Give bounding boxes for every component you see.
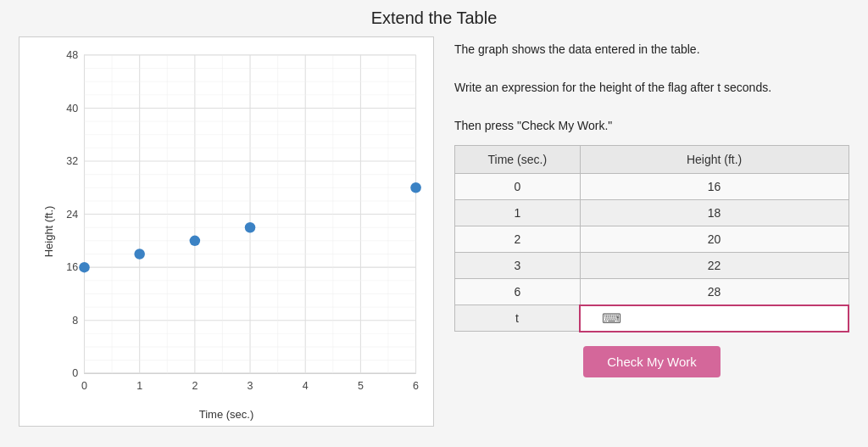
height-cell: 28 (580, 278, 849, 305)
svg-text:3: 3 (248, 380, 253, 392)
check-my-work-button[interactable]: Check My Work (583, 346, 721, 377)
svg-text:1: 1 (136, 380, 142, 392)
height-cell: 16 (580, 173, 849, 199)
x-axis-label: Time (sec.) (199, 408, 254, 421)
time-cell: t (455, 305, 581, 332)
table-row: t⌨ (455, 305, 849, 332)
height-cell[interactable]: ⌨ (580, 305, 849, 332)
svg-text:48: 48 (66, 49, 78, 61)
table-row: 628 (455, 278, 849, 305)
instruction-line3: Then press "Check My Work." (454, 116, 849, 135)
table-row: 322 (455, 252, 849, 278)
col2-header: Height (ft.) (580, 145, 849, 173)
time-cell: 6 (455, 278, 581, 305)
data-point-2 (190, 236, 201, 247)
y-axis-label: Height (ft.) (42, 206, 55, 258)
data-point-1 (134, 249, 145, 260)
expression-input[interactable] (625, 312, 827, 326)
instruction-line1: The graph shows the data entered in the … (454, 40, 849, 59)
right-panel: The graph shows the data entered in the … (454, 36, 849, 377)
instruction-line2: Write an expression for the height of th… (454, 78, 849, 97)
svg-text:32: 32 (66, 155, 78, 167)
svg-text:8: 8 (72, 315, 78, 327)
svg-text:40: 40 (66, 103, 78, 115)
table-row: 016 (455, 173, 849, 199)
height-cell: 22 (580, 252, 849, 278)
btn-row: Check My Work (454, 343, 849, 377)
svg-text:2: 2 (192, 380, 198, 392)
time-cell: 0 (455, 173, 581, 199)
time-cell: 1 (455, 199, 581, 226)
time-cell: 2 (455, 226, 581, 252)
svg-text:24: 24 (66, 209, 78, 221)
graph-svg: 48 40 32 24 16 8 0 0 1 2 3 4 5 6 (53, 46, 425, 400)
height-cell: 18 (580, 199, 849, 226)
data-point-4 (410, 182, 421, 193)
time-cell: 3 (455, 252, 581, 278)
col1-header: Time (sec.) (455, 145, 581, 173)
instructions: The graph shows the data entered in the … (454, 40, 849, 135)
svg-text:0: 0 (81, 380, 87, 392)
height-cell: 20 (580, 226, 849, 252)
table-row: 118 (455, 199, 849, 226)
svg-text:5: 5 (358, 380, 364, 392)
data-table: Time (sec.) Height (ft.) 016118220322628… (454, 145, 849, 332)
keyboard-icon: ⌨ (602, 311, 621, 326)
data-point-0 (79, 262, 90, 273)
page-title: Extend the Table (371, 8, 498, 28)
data-point-3 (245, 222, 256, 233)
svg-text:0: 0 (72, 367, 78, 379)
graph-container: Height (ft.) (19, 36, 434, 427)
svg-text:6: 6 (413, 380, 419, 392)
svg-text:16: 16 (66, 261, 78, 273)
table-row: 220 (455, 226, 849, 252)
svg-text:4: 4 (303, 380, 309, 392)
